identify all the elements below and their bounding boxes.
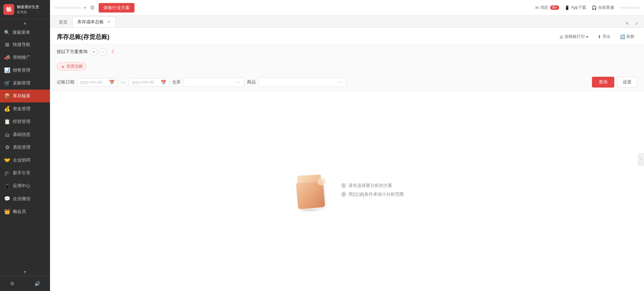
warehouse-more-icon[interactable]: ··· (234, 79, 241, 85)
logo-icon: 畅 (3, 4, 14, 15)
tab-close-icon[interactable]: ✕ (107, 20, 110, 24)
date-end-placeholder: yyyy-mm-dd (132, 80, 154, 84)
warehouse-select[interactable]: ··· (183, 77, 244, 87)
sidebar-scroll-down[interactable]: ▼ (0, 268, 50, 276)
sidebar-item-label: 基础信息 (13, 131, 30, 138)
sidebar-item-label: 畅会员 (13, 209, 26, 215)
settings-button[interactable]: 设置 (617, 77, 637, 88)
online-service-button[interactable]: 🎧 在线客服 (592, 5, 614, 10)
sidebar-item-marketing[interactable]: 📣 营销推广 (0, 51, 50, 64)
sidebar: 畅 畅捷通好生意 标准版 ▲ 🔍 搜索菜单 ⊞ 快捷导航 📣 营销推广 📊 销售… (0, 0, 50, 291)
scheme-item-label: 存货总账 (67, 64, 83, 69)
sidebar-item-member[interactable]: 👑 畅会员 (0, 205, 50, 218)
date-end-input[interactable]: yyyy-mm-dd 📅 (129, 78, 169, 87)
query-button[interactable]: 查询 (592, 77, 614, 88)
topbar-left: ▾ ⚙ 体验行业方案 (54, 3, 134, 13)
empty-shadow-shape (299, 209, 322, 212)
sidebar-item-basic[interactable]: 🗂 基础信息 (0, 128, 50, 141)
empty-box-shape (296, 180, 325, 209)
sidebar-item-inventory[interactable]: 📦 库存核算 (0, 90, 50, 102)
tabbar-close-btn[interactable]: ✕ (624, 20, 630, 27)
date-field-label: 记账日期 (57, 79, 74, 85)
main-content: ▾ ⚙ 体验行业方案 ✉ 消息 99+ 📱 App下载 🎧 在线客服 首页 (50, 0, 644, 291)
empty-state: 1 请先选择要分析的方案 2 用[过滤]条件来缩小分析范围 (50, 91, 644, 291)
refresh-button[interactable]: 🔄 刷新 (617, 32, 637, 41)
system-icon: ⚙ (4, 144, 10, 150)
sidebar-item-newbie[interactable]: 🎓 新手引导 (0, 167, 50, 179)
refresh-icon: 🔄 (620, 34, 625, 39)
step1-num: 1 (341, 183, 346, 188)
empty-text: 1 请先选择要分析的方案 2 用[过滤]条件来缩小分析范围 (341, 183, 403, 200)
warehouse-field-label: 仓库 (172, 79, 181, 85)
app-download-button[interactable]: 📱 App下载 (565, 5, 586, 10)
settings-bottom-btn[interactable]: ⚙ (7, 279, 18, 288)
message-badge: 99+ (550, 5, 559, 10)
search-menu[interactable]: 🔍 搜索菜单 (0, 27, 50, 38)
scheme-item-icon: ● (60, 64, 65, 69)
filter-collapse-icon[interactable]: 《 (109, 49, 114, 55)
tab-inventory-ledger[interactable]: 库存成本总账 ✕ (72, 17, 116, 27)
tabbar-expand-btn[interactable]: ⤢ (633, 20, 640, 27)
sidebar-item-app-center[interactable]: 📱 应用中心 (0, 179, 50, 192)
calendar-end-icon: 📅 (161, 80, 166, 85)
right-panel-btn[interactable]: ‹ (638, 153, 644, 166)
sidebar-item-enterprise[interactable]: 🤝 企业协同 (0, 154, 50, 167)
export-icon: ⬆ (598, 34, 601, 39)
marketing-icon: 📣 (4, 54, 10, 60)
purchase-icon: 🛒 (4, 80, 10, 86)
export-button[interactable]: ⬆ 导出 (595, 32, 613, 41)
app-center-icon: 📱 (4, 183, 10, 189)
sidebar-nav: ⊞ 快捷导航 📣 营销推广 📊 销售管理 🛒 采购管理 📦 库存核算 💰 资金管… (0, 38, 50, 268)
filter-remove-button[interactable]: − (99, 48, 106, 55)
right-panel-toggle: ‹ (638, 153, 644, 166)
sidebar-item-quick-nav[interactable]: ⊞ 快捷导航 (0, 38, 50, 51)
sidebar-item-wechat[interactable]: 💬 企业微信 (0, 192, 50, 205)
basic-icon: 🗂 (4, 132, 10, 138)
enterprise-icon: 🤝 (4, 157, 10, 163)
empty-step2-text: 用[过滤]条件来缩小分析范围 (348, 191, 403, 197)
sidebar-item-label: 企业微信 (13, 196, 30, 202)
industry-solution-button[interactable]: 体验行业方案 (99, 3, 134, 13)
sidebar-item-label: 快捷导航 (13, 42, 30, 48)
tab-inventory-ledger-label: 库存成本总账 (77, 19, 104, 24)
product-more-icon[interactable]: ··· (336, 79, 343, 85)
quick-nav-icon: ⊞ (4, 42, 10, 48)
user-account[interactable] (620, 7, 640, 9)
sidebar-logo: 畅 畅捷通好生意 标准版 (0, 0, 50, 19)
app-download-label: App下载 (571, 5, 586, 10)
topbar-breadcrumb (54, 7, 81, 9)
member-icon: 👑 (4, 209, 10, 215)
sidebar-item-label: 系统管理 (13, 144, 30, 150)
search-icon: 🔍 (4, 30, 10, 35)
page-header-actions: 🖨 按模板打印 ▾ ⬆ 导出 🔄 刷新 (556, 32, 637, 41)
messages-button[interactable]: ✉ 消息 99+ (535, 5, 559, 10)
topbar-chevron-icon[interactable]: ▾ (84, 5, 86, 10)
newbie-icon: 🎓 (4, 170, 10, 176)
sidebar-scroll-up[interactable]: ▲ (0, 19, 50, 27)
date-start-input[interactable]: yyyy-mm-dd 📅 (77, 78, 118, 87)
sidebar-bottom: ⚙ 🔊 (0, 276, 50, 291)
tabbar: 首页 库存成本总账 ✕ ✕ ⤢ (50, 16, 644, 28)
logo-version: 标准版 (17, 10, 39, 15)
sidebar-item-capital[interactable]: 💰 资金管理 (0, 102, 50, 115)
tab-home[interactable]: 首页 (54, 17, 72, 27)
sidebar-item-purchase[interactable]: 🛒 采购管理 (0, 77, 50, 90)
calendar-start-icon: 📅 (109, 80, 115, 85)
sidebar-item-system[interactable]: ⚙ 系统管理 (0, 141, 50, 154)
print-icon: 🖨 (559, 34, 563, 39)
empty-illustration (290, 171, 331, 212)
audio-bottom-btn[interactable]: 🔊 (31, 279, 44, 288)
print-by-template-button[interactable]: 🖨 按模板打印 ▾ (556, 32, 591, 41)
filter-add-button[interactable]: + (90, 48, 98, 55)
phone-icon: 📱 (565, 5, 570, 10)
topbar-gear-icon[interactable]: ⚙ (89, 3, 96, 12)
scheme-item-inventory-ledger[interactable]: ● 存货总账 (57, 62, 86, 71)
sidebar-item-sales[interactable]: 📊 销售管理 (0, 64, 50, 77)
tab-home-label: 首页 (59, 20, 68, 25)
sidebar-item-label: 库存核算 (13, 93, 30, 99)
product-select[interactable]: ··· (258, 77, 346, 87)
sidebar-item-label: 资金管理 (13, 106, 30, 112)
date-separator: — (120, 80, 126, 85)
sidebar-item-operation[interactable]: 📋 经营管理 (0, 115, 50, 128)
sidebar-item-label: 经营管理 (13, 119, 30, 125)
